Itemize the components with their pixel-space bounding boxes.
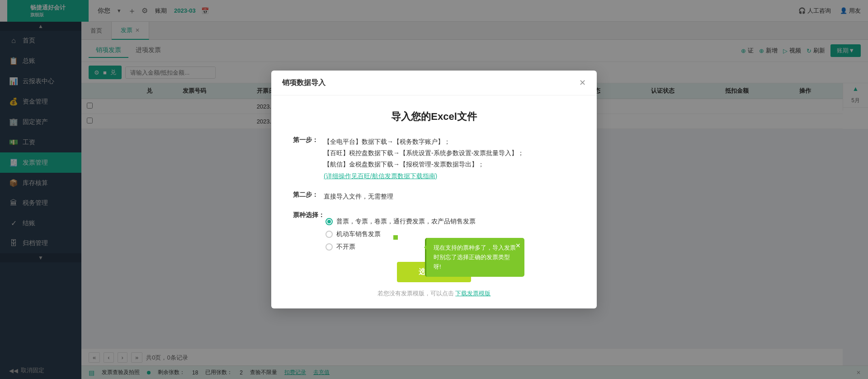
radio-option-1[interactable]: 普票，专票，卷票，通行费发票，农产品销售发票	[326, 218, 575, 226]
radio-dot-2[interactable]	[326, 231, 333, 238]
step1-label: 第一步：	[293, 136, 320, 144]
ticket-choice-label: 票种选择：	[293, 211, 325, 218]
radio-group: 普票，专票，卷票，通行费发票，农产品销售发票 机动车销售发票 ✕ 现在支持的票种…	[326, 218, 575, 251]
step1-line1: 【全电平台】数据下载→【税务数字账户】；	[324, 136, 524, 147]
modal-title: 销项数据导入	[282, 78, 326, 88]
radio-label-2: 机动车销售发票	[336, 230, 381, 238]
step2-content: 直接导入文件，无需整理	[324, 191, 393, 202]
modal-dialog: 销项数据导入 ✕ 导入您的Excel文件 第一步： 【全电平台】数据下载→【税务…	[271, 71, 597, 308]
modal-close-btn[interactable]: ✕	[579, 78, 586, 88]
step2: 第二步： 直接导入文件，无需整理	[293, 191, 575, 202]
step1: 第一步： 【全电平台】数据下载→【税务数字账户】； 【百旺】税控盘数据下载→【系…	[293, 136, 575, 182]
radio-label-1: 普票，专票，卷票，通行费发票，农产品销售发票	[336, 218, 476, 226]
step1-link[interactable]: (详细操作见百旺/航信发票数据下载指南)	[324, 171, 524, 182]
step1-line3: 【航信】金税盘数据下载→【报税管理-发票数据导出】；	[324, 159, 524, 170]
step1-line2: 【百旺】税控盘数据下载→【系统设置-系统参数设置-发票批量导入】；	[324, 147, 524, 159]
guide-link[interactable]: (详细操作见百旺/航信发票数据下载指南)	[324, 172, 437, 180]
tooltip-text: 现在支持的票种多了，导入发票时别忘了选择正确的发票类型呀!	[434, 244, 516, 270]
tooltip-dot	[393, 235, 398, 240]
modal-header: 销项数据导入 ✕	[271, 71, 597, 95]
tooltip-close-btn[interactable]: ✕	[515, 241, 521, 251]
modal-overlay: 销项数据导入 ✕ 导入您的Excel文件 第一步： 【全电平台】数据下载→【税务…	[0, 0, 868, 379]
modal-footer-note: 若您没有发票模版，可以点击 下载发票模版	[293, 289, 575, 298]
step1-content: 【全电平台】数据下载→【税务数字账户】； 【百旺】税控盘数据下载→【系统设置-系…	[324, 136, 524, 182]
import-title: 导入您的Excel文件	[293, 110, 575, 123]
radio-label-3: 不开票	[336, 243, 355, 251]
radio-dot-1[interactable]	[326, 218, 333, 225]
radio-option-2[interactable]: 机动车销售发票 ✕ 现在支持的票种多了，导入发票时别忘了选择正确的发票类型呀!	[326, 230, 575, 238]
footer-note-text: 若您没有发票模版，可以点击	[377, 290, 454, 297]
radio-dot-3[interactable]	[326, 243, 333, 251]
ticket-choice: 票种选择： 普票，专票，卷票，通行费发票，农产品销售发票 机动车销售发票	[293, 211, 575, 251]
download-template-link[interactable]: 下载发票模版	[455, 290, 491, 297]
tooltip-bubble: ✕ 现在支持的票种多了，导入发票时别忘了选择正确的发票类型呀!	[425, 238, 524, 277]
step2-label: 第二步：	[293, 191, 320, 199]
modal-body: 导入您的Excel文件 第一步： 【全电平台】数据下载→【税务数字账户】； 【百…	[271, 95, 597, 308]
